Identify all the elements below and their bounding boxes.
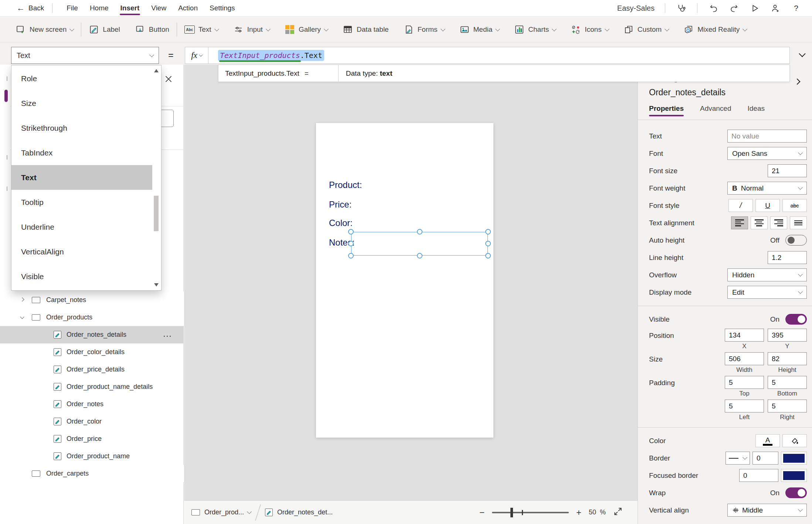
ribbon-icons[interactable]: Icons <box>563 17 616 42</box>
align-left-button[interactable] <box>731 216 748 229</box>
padding-right-input[interactable]: 5 <box>768 400 807 412</box>
formula-input[interactable]: TextInput_products.Text <box>208 47 790 64</box>
size-width-input[interactable]: 506 <box>725 352 764 365</box>
auto-height-toggle[interactable] <box>785 235 807 246</box>
border-width-input[interactable]: 0 <box>752 452 778 465</box>
ribbon-button[interactable]: Button <box>128 17 177 42</box>
ribbon-mixed-reality[interactable]: Mixed Reality <box>676 17 754 42</box>
dropdown-option-text[interactable]: Text <box>11 165 152 190</box>
panel-collapse-chevron[interactable] <box>795 79 804 88</box>
padding-top-input[interactable]: 5 <box>725 376 764 389</box>
resize-handle-e[interactable] <box>485 241 491 246</box>
resize-handle-ne[interactable] <box>485 229 491 234</box>
align-justify-button[interactable] <box>790 216 807 229</box>
property-selector[interactable]: Text <box>11 47 159 64</box>
underline-button[interactable]: U <box>755 199 780 212</box>
font-color-button[interactable]: A <box>755 434 780 447</box>
zoom-in-button[interactable]: + <box>576 507 581 518</box>
dropdown-option-underline[interactable]: Underline <box>11 215 152 239</box>
fill-color-button[interactable] <box>782 434 807 447</box>
font-weight-select[interactable]: B Normal <box>727 182 807 195</box>
resize-handle-sw[interactable] <box>348 253 354 258</box>
dropdown-option-visible[interactable]: Visible <box>11 264 152 289</box>
focused-border-width-input[interactable]: 0 <box>739 469 778 482</box>
border-style-select[interactable] <box>726 452 750 465</box>
resize-handle-se[interactable] <box>485 253 491 258</box>
expander-expanded-icon[interactable] <box>21 317 32 318</box>
overflow-select[interactable]: Hidden <box>727 268 807 281</box>
menu-home[interactable]: Home <box>84 0 115 17</box>
zoom-out-button[interactable]: − <box>479 507 485 518</box>
redo-icon[interactable] <box>728 3 740 14</box>
wrap-toggle[interactable] <box>785 487 807 498</box>
strikethrough-button[interactable]: abc <box>782 199 807 212</box>
fit-to-window-icon[interactable] <box>613 507 623 518</box>
help-icon[interactable]: ? <box>791 3 802 14</box>
resize-handle-w[interactable] <box>348 241 354 246</box>
scrollbar-thumb[interactable] <box>154 196 159 231</box>
dropdown-scrollbar[interactable] <box>152 66 160 290</box>
tree-item-order-product-name-details[interactable]: Order_product_name_details <box>0 378 183 395</box>
dropdown-option-strikethrough[interactable]: Strikethrough <box>11 116 152 140</box>
ribbon-input[interactable]: Input <box>226 17 277 42</box>
tree-item-order-notes-details[interactable]: Order_notes_details ... <box>0 326 183 343</box>
breadcrumb-screen[interactable]: Order_prod... <box>191 508 251 516</box>
app-checker-stethoscope-icon[interactable] <box>676 3 687 14</box>
undo-icon[interactable] <box>708 3 719 14</box>
text-value-input[interactable]: No value <box>727 130 807 143</box>
tab-advanced[interactable]: Advanced <box>700 105 731 116</box>
resize-handle-nw[interactable] <box>348 229 354 234</box>
ribbon-charts[interactable]: Charts <box>507 17 563 42</box>
tree-item-order-notes[interactable]: Order_notes <box>0 395 183 413</box>
tab-ideas[interactable]: Ideas <box>748 105 765 116</box>
line-height-input[interactable]: 1.2 <box>768 251 807 264</box>
vertical-align-select[interactable]: Middle <box>727 504 807 517</box>
screen-artboard[interactable]: Product: Price: Color: Notes: <box>316 123 493 438</box>
tab-properties[interactable]: Properties <box>649 105 684 116</box>
tree-item-order-price[interactable]: Order_price <box>0 430 183 448</box>
dropdown-option-tabindex[interactable]: TabIndex <box>11 140 152 165</box>
size-height-input[interactable]: 82 <box>768 352 807 365</box>
design-canvas[interactable]: Product: Price: Color: Notes: <box>184 65 638 500</box>
align-right-button[interactable] <box>770 216 787 229</box>
menu-view[interactable]: View <box>145 0 172 17</box>
ribbon-gallery[interactable]: Gallery <box>277 17 335 42</box>
ribbon-forms[interactable]: Forms <box>396 17 452 42</box>
padding-bottom-input[interactable]: 5 <box>768 376 807 389</box>
menu-settings[interactable]: Settings <box>204 0 241 17</box>
formula-bar-collapse-chevron[interactable] <box>795 49 809 59</box>
back-button[interactable]: ← Back <box>17 4 44 12</box>
tree-item-order-price-details[interactable]: Order_price_details <box>0 361 183 378</box>
italic-button[interactable]: / <box>728 199 753 212</box>
font-size-input[interactable]: 21 <box>768 164 807 177</box>
ribbon-data-table[interactable]: Data table <box>335 17 396 42</box>
padding-left-input[interactable]: 5 <box>725 400 764 412</box>
scroll-down-arrow[interactable] <box>154 283 159 287</box>
tree-item-order-product-name[interactable]: Order_product_name <box>0 448 183 465</box>
fx-menu[interactable]: fx <box>185 47 208 64</box>
canvas-label-price[interactable]: Price: <box>329 199 351 210</box>
align-center-button[interactable] <box>751 216 768 229</box>
dropdown-option-tooltip[interactable]: Tooltip <box>11 190 152 215</box>
border-color-swatch[interactable] <box>781 452 807 465</box>
close-panel-icon[interactable] <box>164 74 174 85</box>
dropdown-option-size[interactable]: Size <box>11 91 152 116</box>
menu-action[interactable]: Action <box>172 0 204 17</box>
item-more-menu[interactable]: ... <box>163 331 172 339</box>
ribbon-label[interactable]: Label <box>81 17 128 42</box>
ribbon-custom[interactable]: Custom <box>616 17 676 42</box>
position-y-input[interactable]: 395 <box>768 329 807 342</box>
canvas-label-color[interactable]: Color: <box>329 218 353 228</box>
position-x-input[interactable]: 134 <box>725 329 764 342</box>
resize-handle-s[interactable] <box>417 253 422 258</box>
ribbon-new-screen[interactable]: New screen <box>8 17 81 42</box>
font-select[interactable]: Open Sans <box>727 147 807 160</box>
breadcrumb-control[interactable]: Order_notes_det... <box>265 508 333 516</box>
zoom-slider-thumb[interactable] <box>510 508 513 517</box>
menu-file[interactable]: File <box>61 0 84 17</box>
share-user-icon[interactable] <box>770 3 781 14</box>
visible-toggle[interactable] <box>785 314 807 325</box>
display-mode-select[interactable]: Edit <box>727 286 807 299</box>
tree-item-order-color-details[interactable]: Order_color_details <box>0 343 183 361</box>
resize-handle-n[interactable] <box>417 229 422 234</box>
